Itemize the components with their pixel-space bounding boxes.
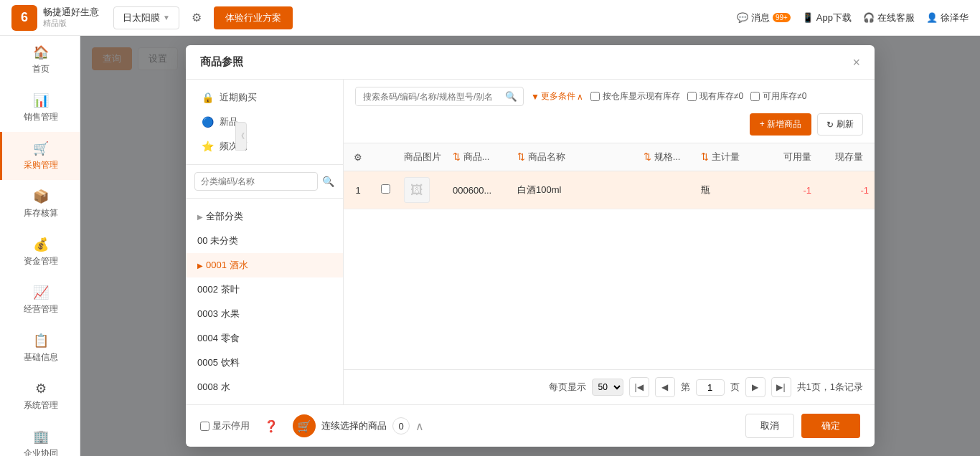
warehouse-stock-checkbox[interactable]: 按仓库显示现有库存 xyxy=(590,90,680,103)
user-profile[interactable]: 👤 徐泽华 xyxy=(926,11,969,24)
prev-page-button[interactable]: ◀ xyxy=(655,377,675,397)
cancel-button[interactable]: 取消 xyxy=(745,414,794,438)
more-filter-button[interactable]: ▼ 更多条件 ∧ xyxy=(531,90,583,103)
code-column-header[interactable]: ⇅ 商品... xyxy=(447,143,512,171)
category-item-fruit[interactable]: 0003 水果 xyxy=(186,302,343,326)
store-selector[interactable]: 日太阳膜 ▼ xyxy=(113,6,179,29)
settings-column-header[interactable]: ⚙ xyxy=(344,143,372,171)
sidebar-item-enterprise[interactable]: 🏢 企业协同 xyxy=(0,420,80,456)
refresh-button[interactable]: ↻ 刷新 xyxy=(817,113,863,136)
action-buttons: + 新增商品 ↻ 刷新 xyxy=(750,113,863,136)
content-area: 查询 设置 刷新 商品参照 × 🔒 xyxy=(80,36,980,456)
page-label: 第 xyxy=(681,381,690,394)
cart-icon[interactable]: 🛒 xyxy=(293,414,316,437)
pagination-bar: 每页显示 50 |◀ ◀ 第 页 ▶ ▶| 共1页，1条记录 xyxy=(344,369,875,404)
filter-bar: 🔍 ▼ 更多条件 ∧ 按仓库显示现有库存 xyxy=(344,80,875,143)
logo-text: 畅捷通好生意 精品版 xyxy=(43,6,99,29)
first-page-button[interactable]: |◀ xyxy=(629,377,649,397)
sidebar-item-basic[interactable]: 📋 基础信息 xyxy=(0,324,80,372)
chevron-down-icon: ▼ xyxy=(163,14,170,22)
available-column-header: 可用量 xyxy=(753,143,817,171)
refresh-icon: ↻ xyxy=(826,120,834,130)
name-column-header[interactable]: ⇅ 商品名称 xyxy=(512,143,638,171)
app-download-button[interactable]: 📱 App下载 xyxy=(802,11,852,24)
product-table: ⚙ 商品图片 ⇅ 商品... xyxy=(344,143,875,209)
avatar: 👤 xyxy=(926,12,938,23)
sidebar-item-finance[interactable]: 💰 资金管理 xyxy=(0,228,80,276)
settings-icon[interactable]: ⚙ xyxy=(185,6,208,29)
page-suffix: 页 xyxy=(730,381,740,394)
show-disabled-checkbox[interactable]: 显示停用 xyxy=(200,419,250,432)
high-frequency-tab[interactable]: ⭐ 频次高 xyxy=(194,136,334,157)
sidebar-item-sales[interactable]: 📊 销售管理 xyxy=(0,84,80,132)
category-search-icon[interactable]: 🔍 xyxy=(322,176,334,187)
modal-header: 商品参照 × xyxy=(186,45,875,80)
unit-column-header[interactable]: ⇅ 主计量 xyxy=(695,143,753,171)
sort-icon2: ⇅ xyxy=(517,151,525,162)
row-spec xyxy=(638,171,695,209)
collapse-cart-icon[interactable]: ∧ xyxy=(415,419,424,433)
spec-column-header[interactable]: ⇅ 规格... xyxy=(638,143,695,171)
modal-close-button[interactable]: × xyxy=(852,56,860,69)
nonzero-stock-checkbox[interactable]: 现有库存≠0 xyxy=(687,90,743,103)
recent-purchase-tab[interactable]: 🔒 近期购买 xyxy=(194,87,334,108)
messages-button[interactable]: 💬 消息 99+ xyxy=(737,11,791,24)
product-search-input[interactable] xyxy=(356,88,499,105)
category-item-beverage[interactable]: 0005 饮料 xyxy=(186,351,343,375)
sidebar-item-operations[interactable]: 📈 经营管理 xyxy=(0,276,80,324)
cart-area: 🛒 连续选择的商品 0 ∧ xyxy=(293,414,424,437)
chevron-up-icon: ∧ xyxy=(577,92,583,102)
row-available: -1 xyxy=(753,171,817,209)
logo-icon: 6 xyxy=(11,5,37,31)
row-unit: 瓶 xyxy=(695,171,753,209)
sidebar-item-inventory[interactable]: 📦 库存核算 xyxy=(0,180,80,228)
category-item-appliance[interactable]: 0010 家电 xyxy=(186,399,343,404)
left-panel: 🔒 近期购买 🔵 新品 ⭐ 频次高 xyxy=(186,80,344,404)
category-search-input[interactable] xyxy=(194,172,318,191)
category-item-tea[interactable]: 0002 茶叶 xyxy=(186,277,343,302)
help-icon[interactable]: ❓ xyxy=(264,419,278,433)
row-stock: -1 xyxy=(817,171,875,209)
total-info: 共1页，1条记录 xyxy=(797,381,863,394)
add-product-button[interactable]: + 新增商品 xyxy=(750,113,811,136)
sidebar-item-system[interactable]: ⚙ 系统管理 xyxy=(0,372,80,420)
last-page-button[interactable]: ▶| xyxy=(771,377,791,397)
category-item-water[interactable]: 0008 水 xyxy=(186,375,343,399)
category-item-all[interactable]: ▶ 全部分类 xyxy=(186,204,343,229)
cart-label: 连续选择的商品 xyxy=(321,419,387,432)
sales-icon: 📊 xyxy=(33,92,49,108)
footer-actions: 取消 确定 xyxy=(745,414,860,438)
row-checkbox[interactable] xyxy=(372,171,398,209)
headset-icon: 🎧 xyxy=(863,12,875,23)
sort-icon: ⇅ xyxy=(453,151,461,162)
page-size-select[interactable]: 50 xyxy=(592,379,623,396)
row-name: 白酒100ml xyxy=(512,171,638,209)
product-search-button[interactable]: 🔍 xyxy=(499,87,523,105)
modal-body: 🔒 近期购买 🔵 新品 ⭐ 频次高 xyxy=(186,80,875,404)
system-icon: ⚙ xyxy=(35,381,47,396)
category-item-uncategorized[interactable]: 00 未分类 xyxy=(186,229,343,253)
category-list: ▶ 全部分类 00 未分类 ▶ 0001 酒水 0002 茶 xyxy=(186,199,343,404)
nonzero-available-checkbox[interactable]: 可用库存≠0 xyxy=(750,90,806,103)
page-number-input[interactable] xyxy=(696,379,725,396)
sidebar-item-home[interactable]: 🏠 首页 xyxy=(0,36,80,84)
image-column-header: 商品图片 xyxy=(398,143,447,171)
new-product-tab[interactable]: 🔵 新品 xyxy=(194,111,334,133)
stock-column-header: 现存量 xyxy=(817,143,875,171)
confirm-button[interactable]: 确定 xyxy=(801,414,860,438)
category-item-liquor[interactable]: ▶ 0001 酒水 xyxy=(186,253,343,277)
sidebar-item-purchase[interactable]: 🛒 采购管理 xyxy=(0,132,80,180)
experience-button[interactable]: 体验行业方案 xyxy=(214,6,293,29)
row-image: 🖼 xyxy=(398,171,447,209)
modal-footer: 显示停用 ❓ 🛒 连续选择的商品 0 ∧ 取消 确定 xyxy=(186,404,875,447)
product-reference-modal: 商品参照 × 🔒 近期购买 🔵 xyxy=(186,45,875,447)
check-column-header xyxy=(372,143,398,171)
table-row[interactable]: 1 🖼 000600... xyxy=(344,171,875,209)
quick-tabs: 🔒 近期购买 🔵 新品 ⭐ 频次高 xyxy=(186,80,343,165)
next-page-button[interactable]: ▶ xyxy=(745,377,765,397)
inventory-icon: 📦 xyxy=(33,189,49,204)
collapse-panel-button[interactable]: 《 xyxy=(235,122,247,151)
star-icon: ⭐ xyxy=(202,141,214,152)
category-item-snack[interactable]: 0004 零食 xyxy=(186,326,343,351)
online-service-button[interactable]: 🎧 在线客服 xyxy=(863,11,915,24)
